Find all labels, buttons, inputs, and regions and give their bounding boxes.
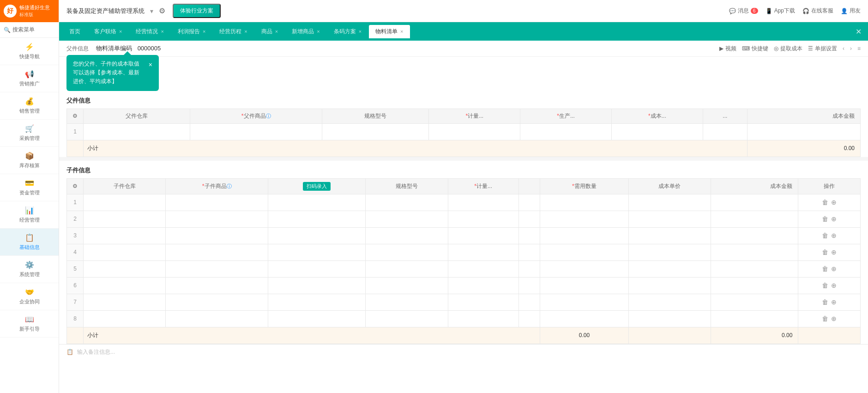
child-row-7-warehouse[interactable] (84, 294, 166, 310)
child-row-4-unit-cost[interactable] (628, 244, 711, 260)
child-row-8-qty[interactable] (540, 310, 628, 327)
gear-icon[interactable]: ⚙ (72, 113, 78, 119)
nav-next-icon[interactable]: › (850, 45, 852, 52)
trial-button[interactable]: 体验行业方案 (173, 4, 221, 18)
child-row-6-warehouse[interactable] (84, 277, 166, 294)
sidebar-item-basic-info[interactable]: 📋 基础信息 (0, 229, 59, 256)
child-row-3-spec[interactable] (366, 227, 448, 244)
child-row-7-unit-cost[interactable] (628, 294, 711, 310)
copy-icon-row-4[interactable]: ⊕ (831, 248, 837, 256)
child-row-6-goods[interactable] (166, 277, 268, 294)
tab-operations[interactable]: 经营情况× (129, 25, 170, 38)
sidebar-item-operations[interactable]: 📊 经营管理 (0, 201, 59, 229)
child-row-5-unit[interactable] (448, 260, 518, 277)
user-menu[interactable]: 👤 用友 (841, 7, 861, 15)
child-row-3-unit[interactable] (448, 227, 518, 244)
dropdown-arrow-icon[interactable]: ▾ (150, 7, 153, 15)
sidebar-item-quick-nav[interactable]: ⚡ 快捷导航 (0, 38, 59, 65)
child-row-8-spec[interactable] (366, 310, 448, 327)
child-row-4-warehouse[interactable] (84, 244, 166, 260)
app-download-button[interactable]: 📱 App下载 (766, 7, 795, 15)
child-row-8-unit-cost[interactable] (628, 310, 711, 327)
parent-row-1-extra[interactable] (703, 123, 747, 140)
sidebar-item-sales[interactable]: 💰 销售管理 (0, 92, 59, 120)
child-row-5-goods[interactable] (166, 260, 268, 277)
child-row-5-warehouse[interactable] (84, 260, 166, 277)
tab-profit[interactable]: 利润报告× (171, 25, 212, 38)
sidebar-search[interactable]: 🔍 搜索菜单 (0, 22, 59, 38)
shortcut-button[interactable]: ⌨ 快捷键 (742, 45, 768, 53)
tab-new-goods[interactable]: 新增商品× (285, 25, 326, 38)
sidebar-item-inventory[interactable]: 📦 库存核算 (0, 147, 59, 174)
bill-settings-button[interactable]: ☰ 单据设置 (808, 45, 837, 53)
child-row-1-unit[interactable] (448, 194, 518, 211)
child-gear-icon[interactable]: ⚙ (72, 183, 78, 189)
child-row-5-qty[interactable] (540, 260, 628, 277)
delete-icon-row-7[interactable]: 🗑 (822, 298, 828, 306)
copy-icon-row-8[interactable]: ⊕ (831, 315, 837, 322)
scan-input-button[interactable]: 扫码录入 (303, 182, 331, 191)
child-row-2-unit[interactable] (448, 211, 518, 227)
child-row-7-unit[interactable] (448, 294, 518, 310)
parent-row-1-spec[interactable] (322, 123, 429, 140)
sidebar-item-finance[interactable]: 💳 资金管理 (0, 174, 59, 201)
child-row-8-goods[interactable] (166, 310, 268, 327)
child-row-1-spec[interactable] (366, 194, 448, 211)
tab-close-profit[interactable]: × (203, 29, 205, 34)
parent-row-1-cost[interactable] (612, 123, 703, 140)
online-service-button[interactable]: 🎧 在线客服 (802, 7, 833, 15)
tooltip-close-button[interactable]: × (149, 60, 152, 70)
tab-history[interactable]: 经营历程× (213, 25, 253, 38)
tab-customers[interactable]: 客户联络× (88, 25, 128, 38)
child-row-6-qty[interactable] (540, 277, 628, 294)
child-row-1-warehouse[interactable] (84, 194, 166, 211)
breadcrumb-bom[interactable]: 父件信息 (66, 45, 89, 53)
copy-icon-row-2[interactable]: ⊕ (831, 215, 837, 223)
delete-icon-row-5[interactable]: 🗑 (822, 265, 828, 272)
tab-close-new-goods[interactable]: × (317, 29, 319, 34)
copy-icon-row-6[interactable]: ⊕ (831, 282, 837, 289)
message-button[interactable]: 💬 消息 6 (729, 7, 758, 15)
delete-icon-row-6[interactable]: 🗑 (822, 282, 828, 289)
copy-icon-row-7[interactable]: ⊕ (831, 298, 837, 306)
delete-icon-row-8[interactable]: 🗑 (822, 315, 828, 322)
view-video-button[interactable]: ▶ 视频 (719, 45, 736, 53)
child-row-4-qty[interactable] (540, 244, 628, 260)
child-row-6-unit[interactable] (448, 277, 518, 294)
tab-close-history[interactable]: × (244, 29, 247, 34)
nav-list-icon[interactable]: ≡ (857, 45, 861, 52)
child-row-4-unit[interactable] (448, 244, 518, 260)
tab-close-bom[interactable]: × (400, 29, 403, 34)
child-row-3-qty[interactable] (540, 227, 628, 244)
child-row-1-qty[interactable] (540, 194, 628, 211)
sidebar-item-purchase[interactable]: 🛒 采购管理 (0, 120, 59, 147)
tab-goods[interactable]: 商品× (255, 25, 284, 38)
sidebar-item-enterprise[interactable]: 🤝 企业协同 (0, 283, 59, 310)
delete-icon-row-2[interactable]: 🗑 (822, 215, 828, 223)
child-row-2-warehouse[interactable] (84, 211, 166, 227)
child-row-3-warehouse[interactable] (84, 227, 166, 244)
child-row-1-goods[interactable] (166, 194, 268, 211)
parent-row-1-goods[interactable] (190, 123, 322, 140)
tab-home[interactable]: 首页 (63, 25, 87, 38)
delete-icon-row-4[interactable]: 🗑 (822, 248, 828, 256)
tab-close-barcode[interactable]: × (359, 29, 362, 34)
tab-close-customers[interactable]: × (119, 29, 122, 34)
sidebar-item-guide[interactable]: 📖 新手引导 (0, 310, 59, 338)
tab-barcode[interactable]: 条码方案× (327, 25, 368, 38)
child-row-2-goods[interactable] (166, 211, 268, 227)
child-row-7-goods[interactable] (166, 294, 268, 310)
footer-remark-label[interactable]: 输入备注信息... (77, 348, 115, 356)
copy-icon-row-5[interactable]: ⊕ (831, 265, 837, 272)
child-row-5-unit-cost[interactable] (628, 260, 711, 277)
delete-icon-row-1[interactable]: 🗑 (822, 199, 828, 206)
child-row-2-unit-cost[interactable] (628, 211, 711, 227)
child-row-7-spec[interactable] (366, 294, 448, 310)
copy-icon-row-3[interactable]: ⊕ (831, 232, 837, 239)
sidebar-item-system[interactable]: ⚙️ 系统管理 (0, 256, 59, 283)
child-row-3-goods[interactable] (166, 227, 268, 244)
tab-close-goods[interactable]: × (275, 29, 278, 34)
child-row-6-unit-cost[interactable] (628, 277, 711, 294)
parent-row-1-unit[interactable] (429, 123, 520, 140)
tab-close-operations[interactable]: × (161, 29, 163, 34)
